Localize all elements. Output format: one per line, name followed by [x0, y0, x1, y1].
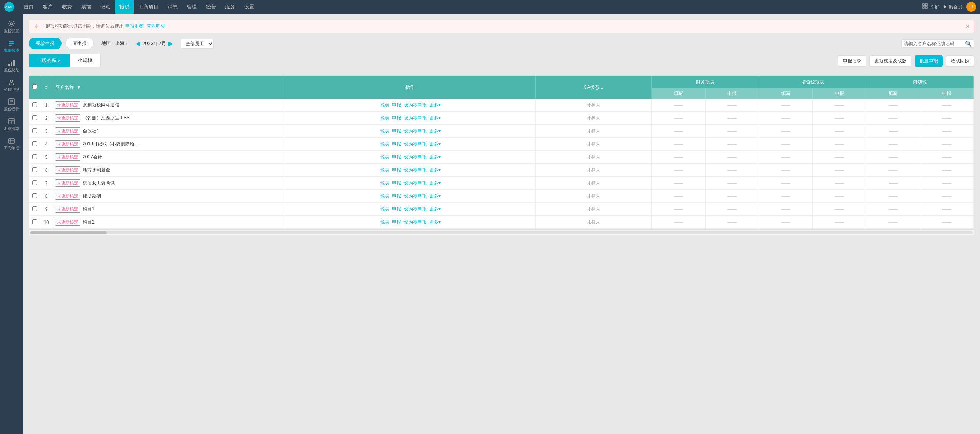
- notice-link-buy[interactable]: 立即购买: [147, 23, 165, 29]
- op-zero-declare-3[interactable]: 设为零申报: [404, 141, 427, 147]
- notice-link-report[interactable]: 申报汇签: [125, 23, 144, 29]
- op-declare-2[interactable]: 申报: [392, 128, 401, 134]
- op-declare-3[interactable]: 申报: [392, 141, 401, 147]
- btn-collect-receipt[interactable]: 收取回执: [946, 55, 974, 67]
- row-financial-report-3: ——: [705, 138, 759, 151]
- subtab-small-scale[interactable]: 小规模: [70, 54, 101, 67]
- row-checkbox-4[interactable]: [29, 151, 41, 164]
- row-checkbox-3[interactable]: [29, 138, 41, 151]
- department-select[interactable]: 全部员工: [181, 39, 214, 49]
- nav-item-service[interactable]: 服务: [220, 0, 240, 14]
- info-icon[interactable]: ℹ: [126, 41, 128, 46]
- scroll-thumb[interactable]: [30, 231, 107, 234]
- op-zero-declare-7[interactable]: 设为零申报: [404, 193, 427, 199]
- row-checkbox-5[interactable]: [29, 164, 41, 177]
- op-more-1[interactable]: 更多▾: [429, 115, 441, 121]
- member-button[interactable]: ▶ 畅会员: [943, 4, 962, 10]
- op-tax-form-8[interactable]: 税表: [380, 206, 389, 212]
- sort-icon[interactable]: ▼: [77, 85, 81, 90]
- sidebar-item-tax-settings[interactable]: 报税设置: [0, 17, 23, 36]
- op-more-5[interactable]: 更多▾: [429, 167, 441, 173]
- nav-item-tax[interactable]: 报税: [115, 0, 134, 14]
- op-tax-form-6[interactable]: 税表: [380, 180, 389, 186]
- op-tax-form-1[interactable]: 税表: [380, 115, 389, 121]
- nav-item-settings[interactable]: 设置: [240, 0, 259, 14]
- nav-item-bookkeeping[interactable]: 记账: [96, 0, 115, 14]
- op-declare-0[interactable]: 申报: [392, 102, 401, 108]
- fullscreen-button[interactable]: 全屏: [922, 3, 939, 11]
- op-more-2[interactable]: 更多▾: [429, 128, 441, 134]
- op-zero-declare-1[interactable]: 设为零申报: [404, 115, 427, 121]
- region-selector: 地区：上海 ℹ: [101, 40, 128, 47]
- nav-item-home[interactable]: 首页: [19, 0, 38, 14]
- row-financial-fill-9: ——: [652, 216, 705, 229]
- btn-batch-declare[interactable]: 批量申报: [915, 55, 943, 67]
- op-more-8[interactable]: 更多▾: [429, 206, 441, 212]
- op-more-0[interactable]: 更多▾: [429, 102, 441, 108]
- nav-item-invoice[interactable]: 票据: [77, 0, 96, 14]
- nav-item-business[interactable]: 工商项目: [134, 0, 163, 14]
- op-tax-form-9[interactable]: 税表: [380, 219, 389, 225]
- op-more-7[interactable]: 更多▾: [429, 193, 441, 199]
- op-declare-6[interactable]: 申报: [392, 180, 401, 186]
- op-more-4[interactable]: 更多▾: [429, 154, 441, 160]
- sidebar-item-batch-tax[interactable]: 批量报税: [0, 36, 23, 56]
- op-more-9[interactable]: 更多▾: [429, 219, 441, 225]
- op-declare-1[interactable]: 申报: [392, 115, 401, 121]
- op-declare-8[interactable]: 申报: [392, 206, 401, 212]
- op-more-6[interactable]: 更多▾: [429, 180, 441, 186]
- next-month-button[interactable]: ▶: [168, 40, 173, 47]
- app-logo[interactable]: CANI: [4, 2, 15, 12]
- op-zero-declare-4[interactable]: 设为零申报: [404, 154, 427, 160]
- op-declare-5[interactable]: 申报: [392, 167, 401, 173]
- nav-item-billing[interactable]: 收费: [57, 0, 77, 14]
- op-tax-form-0[interactable]: 税表: [380, 102, 389, 108]
- btn-declaration-record[interactable]: 申报记录: [838, 55, 866, 67]
- prev-month-button[interactable]: ◀: [136, 40, 140, 47]
- op-declare-4[interactable]: 申报: [392, 154, 401, 160]
- search-icon[interactable]: 🔍: [965, 41, 972, 47]
- tab-tax-declaration[interactable]: 税款申报: [29, 38, 62, 49]
- op-zero-declare-6[interactable]: 设为零申报: [404, 180, 427, 186]
- horizontal-scrollbar[interactable]: [29, 229, 974, 235]
- op-tax-form-3[interactable]: 税表: [380, 141, 389, 147]
- op-zero-declare-2[interactable]: 设为零申报: [404, 128, 427, 134]
- op-zero-declare-8[interactable]: 设为零申报: [404, 206, 427, 212]
- row-checkbox-8[interactable]: [29, 203, 41, 216]
- nav-item-client[interactable]: 客户: [38, 0, 57, 14]
- th-num: #: [41, 76, 52, 99]
- tab-zero-declaration[interactable]: 零申报: [65, 38, 94, 49]
- op-tax-form-5[interactable]: 税表: [380, 167, 389, 173]
- btn-update-check[interactable]: 更新核定及取数: [869, 55, 911, 67]
- op-zero-declare-5[interactable]: 设为零申报: [404, 167, 427, 173]
- search-input[interactable]: [904, 41, 965, 46]
- row-checkbox-9[interactable]: [29, 216, 41, 229]
- sidebar-item-personal-tax[interactable]: 个税申报: [0, 75, 23, 95]
- op-tax-form-4[interactable]: 税表: [380, 154, 389, 160]
- svg-rect-8: [9, 43, 14, 44]
- sidebar-item-business-report[interactable]: 工商年报: [0, 134, 23, 153]
- row-checkbox-1[interactable]: [29, 112, 41, 125]
- nav-item-operation[interactable]: 经营: [201, 0, 220, 14]
- user-avatar[interactable]: U: [966, 2, 976, 12]
- op-tax-form-7[interactable]: 税表: [380, 193, 389, 199]
- op-declare-9[interactable]: 申报: [392, 219, 401, 225]
- sidebar-item-tax-record[interactable]: 报税记录: [0, 95, 23, 114]
- svg-rect-11: [11, 62, 12, 66]
- row-checkbox-6[interactable]: [29, 177, 41, 190]
- nav-item-manage[interactable]: 管理: [182, 0, 201, 14]
- nav-item-message[interactable]: 消息: [163, 0, 182, 14]
- sidebar-item-calc-clear[interactable]: 汇算清缴: [0, 114, 23, 134]
- op-more-3[interactable]: 更多▾: [429, 141, 441, 147]
- notice-close-button[interactable]: ✕: [965, 23, 970, 29]
- subtab-general-taxpayer[interactable]: 一般的税人: [29, 54, 70, 67]
- op-zero-declare-9[interactable]: 设为零申报: [404, 219, 427, 225]
- row-checkbox-7[interactable]: [29, 190, 41, 203]
- op-tax-form-2[interactable]: 税表: [380, 128, 389, 134]
- op-declare-7[interactable]: 申报: [392, 193, 401, 199]
- row-checkbox-0[interactable]: [29, 99, 41, 112]
- select-all-checkbox[interactable]: [32, 84, 37, 89]
- op-zero-declare-0[interactable]: 设为零申报: [404, 102, 427, 108]
- sidebar-item-overview[interactable]: 报税总览: [0, 56, 23, 75]
- row-checkbox-2[interactable]: [29, 125, 41, 138]
